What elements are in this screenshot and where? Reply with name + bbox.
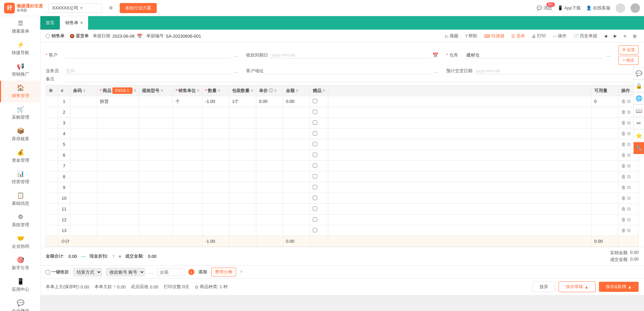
row-pkg-12[interactable] (229, 225, 256, 236)
add-payment-button[interactable]: + (188, 269, 194, 275)
row-amount-11[interactable] (283, 215, 310, 225)
tab-sales-order[interactable]: 销售单 × (60, 16, 88, 30)
sidebar-item-sales[interactable]: 🏠 销售管理 (0, 81, 40, 102)
gift-sort-icon[interactable]: ⇅ (323, 89, 325, 92)
row-spec-11[interactable] (139, 215, 173, 225)
delete-icon-10[interactable]: 🗑 (621, 206, 626, 212)
row-pkg-5[interactable] (229, 150, 256, 161)
payment-due-input[interactable] (270, 52, 431, 59)
scan-button[interactable]: 扫码录入 (112, 87, 132, 94)
gift-checkbox-7[interactable] (313, 174, 317, 179)
save-draft-button[interactable]: 保存草稿 ▲ (559, 281, 596, 292)
row-qty-8[interactable] (202, 182, 229, 193)
float-btn-web[interactable]: 🌐 (633, 92, 644, 105)
row-qty-1[interactable] (202, 107, 229, 118)
row-barcode-6[interactable] (70, 161, 97, 171)
row-barcode-7[interactable] (70, 171, 97, 182)
row-amount-3[interactable] (283, 128, 310, 139)
discard-button[interactable]: 放弃 (532, 281, 555, 292)
row-spec-8[interactable] (139, 182, 173, 193)
row-price-1[interactable] (256, 107, 283, 118)
address-dots-icon[interactable]: … (433, 68, 438, 74)
row-gift-0[interactable] (310, 96, 328, 107)
salesperson-input[interactable] (65, 68, 231, 74)
row-unit-10[interactable] (173, 204, 202, 215)
tab-close-icon[interactable]: × (80, 21, 83, 25)
gift-checkbox-6[interactable] (313, 163, 317, 168)
operation-btn[interactable]: ⋯ 操作 (551, 32, 569, 40)
payment-method-select[interactable]: 结算方式 (73, 268, 102, 276)
float-btn-edit[interactable]: ✏ (633, 117, 644, 129)
row-unit-4[interactable] (173, 139, 202, 150)
settings-right-button[interactable]: ⚙ 设置 (618, 45, 639, 54)
row-qty-9[interactable] (202, 193, 229, 204)
row-unit-8[interactable] (173, 182, 202, 193)
row-barcode-3[interactable] (70, 128, 97, 139)
row-unit-9[interactable] (173, 193, 202, 204)
row-gift-2[interactable] (310, 118, 328, 128)
row-barcode-8[interactable] (70, 182, 97, 193)
th-gear[interactable]: ⚙ (46, 85, 58, 96)
grid-view-btn[interactable]: ⊞ (631, 33, 639, 39)
row-qty-12[interactable] (202, 225, 229, 236)
float-btn-chat[interactable]: 💬 (633, 67, 644, 80)
gift-checkbox-5[interactable] (313, 153, 317, 157)
row-pkg-7[interactable] (229, 171, 256, 182)
row-unit-5[interactable] (173, 150, 202, 161)
row-price-10[interactable] (256, 204, 283, 215)
gift-checkbox-2[interactable] (313, 120, 317, 125)
row-spec-7[interactable] (139, 171, 173, 182)
expense-split-button[interactable]: 费用分摊 (211, 268, 236, 276)
row-pkg-8[interactable] (229, 182, 256, 193)
gift-checkbox-11[interactable] (313, 217, 317, 222)
row-price-3[interactable] (256, 128, 283, 139)
row-price-8[interactable] (256, 182, 283, 193)
row-product-9[interactable] (97, 193, 139, 204)
row-gift-12[interactable] (310, 225, 328, 236)
list-view-btn[interactable]: ≡ (621, 33, 628, 39)
row-gift-3[interactable] (310, 128, 328, 139)
next-btn[interactable]: ▶ (612, 33, 619, 39)
row-price-2[interactable] (256, 118, 283, 128)
row-price-6[interactable] (256, 161, 283, 171)
row-price-4[interactable] (256, 139, 283, 150)
row-pkg-9[interactable] (229, 193, 256, 204)
customer-input[interactable] (65, 52, 231, 59)
row-amount-12[interactable] (283, 225, 310, 236)
row-unit-0[interactable]: 个 (173, 96, 202, 107)
sidebar-item-purchase[interactable]: 🛒 采购管理 (0, 102, 40, 124)
row-spec-2[interactable] (139, 118, 173, 128)
delete-icon-12[interactable]: 🗑 (621, 228, 626, 233)
question-mark-icon[interactable]: ? (113, 284, 116, 289)
video-btn[interactable]: ▷ 视频 (443, 32, 460, 40)
row-barcode-12[interactable] (70, 225, 97, 236)
row-gift-6[interactable] (310, 161, 328, 171)
row-price-0[interactable]: 0.00 (256, 96, 283, 107)
row-gift-10[interactable] (310, 204, 328, 215)
payment-account-select[interactable]: 收款账号 账号 (106, 268, 145, 276)
row-qty-10[interactable] (202, 204, 229, 215)
row-amount-1[interactable] (283, 107, 310, 118)
copy-icon-5[interactable]: ⧉ (627, 152, 631, 158)
row-unit-6[interactable] (173, 161, 202, 171)
row-gift-5[interactable] (310, 150, 328, 161)
row-amount-9[interactable] (283, 193, 310, 204)
unit-sort-icon[interactable]: ⇅ (197, 89, 199, 92)
copy-icon-6[interactable]: ⧉ (627, 163, 631, 169)
gift-checkbox-9[interactable] (313, 196, 317, 200)
copy-icon-11[interactable]: ⧉ (627, 217, 631, 223)
warehouse-dots-icon[interactable]: … (606, 52, 611, 58)
delete-icon-7[interactable]: 🗑 (621, 174, 626, 180)
row-gift-1[interactable] (310, 107, 328, 118)
row-price-12[interactable] (256, 225, 283, 236)
copy-icon-4[interactable]: ⧉ (627, 142, 631, 147)
qty-sort-icon[interactable]: ⇅ (218, 89, 220, 92)
sidebar-item-guide[interactable]: 🎯 新手引导 (0, 253, 40, 274)
tab-home[interactable]: 首页 (40, 16, 60, 30)
delete-icon-8[interactable]: 🗑 (621, 185, 626, 190)
sort-icon[interactable]: ⇅ (83, 89, 85, 92)
sidebar-item-system[interactable]: ⚙ 系统管理 (0, 210, 40, 231)
gift-checkbox-3[interactable] (313, 131, 317, 135)
warehouse-input[interactable] (465, 52, 603, 59)
row-barcode-9[interactable] (70, 193, 97, 204)
